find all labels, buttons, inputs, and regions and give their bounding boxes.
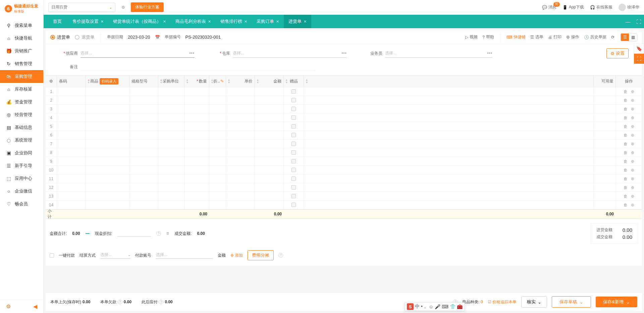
refresh-icon[interactable]: ⟳ <box>611 35 614 40</box>
user-menu[interactable]: 徐泽华 <box>619 4 639 11</box>
nav-item-12[interactable]: ⬚应用中心 <box>0 172 43 185</box>
nav-item-0[interactable]: ⚲搜索菜单 <box>0 19 43 32</box>
delete-icon[interactable]: 🗑 <box>624 168 628 172</box>
gift-checkbox[interactable] <box>291 185 296 190</box>
view-grid-icon[interactable]: ▦ <box>629 34 637 41</box>
radio-return[interactable]: 退货单 <box>75 34 95 40</box>
help-link[interactable]: ?帮助 <box>482 34 494 40</box>
save-draft-button[interactable]: 保存草稿⌄ <box>552 296 591 308</box>
table-row[interactable]: 2 🗑⊕ <box>46 96 642 105</box>
table-row[interactable]: 10 🗑⊕ <box>46 166 642 174</box>
ime-keyboard-icon[interactable]: ⌨ <box>442 304 448 309</box>
nav-item-7[interactable]: ◎经营管理 <box>0 108 43 121</box>
gear-icon[interactable]: ⚙ <box>49 79 53 84</box>
messages-link[interactable]: 💬 消息 70 <box>542 4 556 10</box>
delete-icon[interactable]: 🗑 <box>624 185 628 190</box>
close-icon[interactable]: ✕ <box>208 19 211 24</box>
nav-item-1[interactable]: ⌂快捷导航 <box>0 32 43 45</box>
date-value[interactable]: 2023-03-20 <box>128 35 150 40</box>
add-row-icon[interactable]: ⊕ <box>631 107 634 111</box>
add-row-icon[interactable]: ⊕ <box>631 159 634 164</box>
help-icon[interactable]: ? <box>159 300 163 304</box>
table-row[interactable]: 9 🗑⊕ <box>46 157 642 166</box>
tab-0[interactable]: 售价提取设置✕ <box>68 15 108 28</box>
delete-icon[interactable]: 🗑 <box>624 107 628 111</box>
ime-lang-icon[interactable]: 中 <box>415 304 420 310</box>
onekey-checkbox[interactable] <box>50 253 54 258</box>
ime-emoji-icon[interactable]: ☺ <box>429 304 433 309</box>
nav-item-9[interactable]: ◌系统管理 <box>0 134 43 147</box>
price-track-checkbox[interactable]: ☑ 价格追踪本单 <box>488 299 517 305</box>
collapse-icon[interactable]: ◀ <box>33 303 37 310</box>
table-row[interactable]: 12 🗑⊕ <box>46 183 642 192</box>
ime-punct-icon[interactable]: •， <box>421 304 427 310</box>
delete-icon[interactable]: 🗑 <box>624 115 628 120</box>
gift-checkbox[interactable] <box>291 115 296 120</box>
gear-icon[interactable]: ⚙ <box>119 3 127 12</box>
account-select[interactable]: 选择... <box>156 252 213 259</box>
nav-item-13[interactable]: ○企业微信 <box>0 185 43 198</box>
video-link[interactable]: ▷视频 <box>465 34 478 40</box>
add-link[interactable]: ⊕添加 <box>230 253 243 258</box>
add-row-icon[interactable]: ⊕ <box>631 176 634 181</box>
settle-select[interactable]: 选择...⌄ <box>100 252 130 259</box>
discount-input[interactable] <box>117 230 151 237</box>
calendar-icon[interactable]: 📅 <box>155 35 160 40</box>
tab-home[interactable]: 首页 <box>47 15 68 28</box>
print-link[interactable]: 🖨打印 <box>548 34 561 40</box>
table-row[interactable]: 1 🗑⊕ <box>46 87 642 96</box>
delete-icon[interactable]: 🗑 <box>624 142 628 146</box>
help-icon[interactable]: ? <box>156 231 161 236</box>
nav-item-3[interactable]: ↻销售管理 <box>0 57 43 70</box>
delete-icon[interactable]: 🗑 <box>624 159 628 164</box>
delete-icon[interactable]: 🗑 <box>624 89 628 94</box>
add-row-icon[interactable]: ⊕ <box>631 194 634 199</box>
staff-select[interactable]: 选择...••• <box>385 49 492 58</box>
close-icon[interactable]: ✕ <box>276 19 279 24</box>
view-list-icon[interactable]: ☰ <box>621 34 629 41</box>
ime-mic-icon[interactable]: 🎤 <box>435 304 440 309</box>
tab-5[interactable]: 进货单✕ <box>284 15 311 28</box>
delete-icon[interactable]: 🗑 <box>624 133 628 138</box>
delete-icon[interactable]: 🗑 <box>624 98 628 103</box>
nav-item-4[interactable]: 🛍采购管理 <box>0 70 43 83</box>
nav-item-5[interactable]: ⌂库存核算 <box>0 83 43 96</box>
settings-button[interactable]: ⚙设置 <box>606 48 629 58</box>
fullscreen-icon[interactable]: ⛶ <box>633 15 644 28</box>
gift-checkbox[interactable] <box>291 150 296 155</box>
tab-3[interactable]: 销售排行榜✕ <box>216 15 252 28</box>
gear-icon[interactable]: ⚙ <box>6 303 11 310</box>
help-icon[interactable]: ? <box>278 253 283 258</box>
gift-checkbox[interactable] <box>291 142 296 146</box>
minimize-icon[interactable]: — <box>623 15 633 28</box>
delete-icon[interactable]: 🗑 <box>624 124 628 129</box>
tab-1[interactable]: 销货单统计表（按商品）✕ <box>108 15 171 28</box>
add-row-icon[interactable]: ⊕ <box>631 98 634 103</box>
gift-checkbox[interactable] <box>291 107 296 111</box>
delete-icon[interactable]: 🗑 <box>624 176 628 181</box>
scan-badge[interactable]: 扫码录入 <box>100 78 118 85</box>
nav-item-8[interactable]: ▤基础信息 <box>0 121 43 134</box>
nav-item-6[interactable]: 💰资金管理 <box>0 96 43 108</box>
trial-button[interactable]: 体验行业方案 <box>131 2 164 12</box>
radio-purchase[interactable]: 进货单 <box>50 34 70 40</box>
supplier-select[interactable]: 选择...••• <box>80 49 195 58</box>
table-row[interactable]: 14 🗑⊕ <box>46 201 642 209</box>
close-icon[interactable]: ✕ <box>304 19 307 24</box>
gift-checkbox[interactable] <box>291 168 296 172</box>
nav-item-14[interactable]: ♡畅会员 <box>0 198 43 210</box>
gift-checkbox[interactable] <box>291 176 296 181</box>
gift-checkbox[interactable] <box>291 98 296 102</box>
add-row-icon[interactable]: ⊕ <box>631 142 634 146</box>
add-row-icon[interactable]: ⊕ <box>631 185 634 190</box>
apportion-button[interactable]: 费用分摊 <box>248 250 274 260</box>
online-service-link[interactable]: 🎧在线客服 <box>590 4 612 10</box>
nav-item-10[interactable]: ▣企业协同 <box>0 147 43 159</box>
gift-checkbox[interactable] <box>291 159 296 163</box>
table-row[interactable]: 7 🗑⊕ <box>46 140 642 148</box>
tab-2[interactable]: 商品毛利分析表✕ <box>171 15 216 28</box>
history-link[interactable]: 🕒历史单据 <box>584 34 606 40</box>
add-row-icon[interactable]: ⊕ <box>631 168 634 172</box>
ime-toolbox-icon[interactable]: 🧰 <box>457 304 463 309</box>
table-row[interactable]: 3 🗑⊕ <box>46 105 642 113</box>
